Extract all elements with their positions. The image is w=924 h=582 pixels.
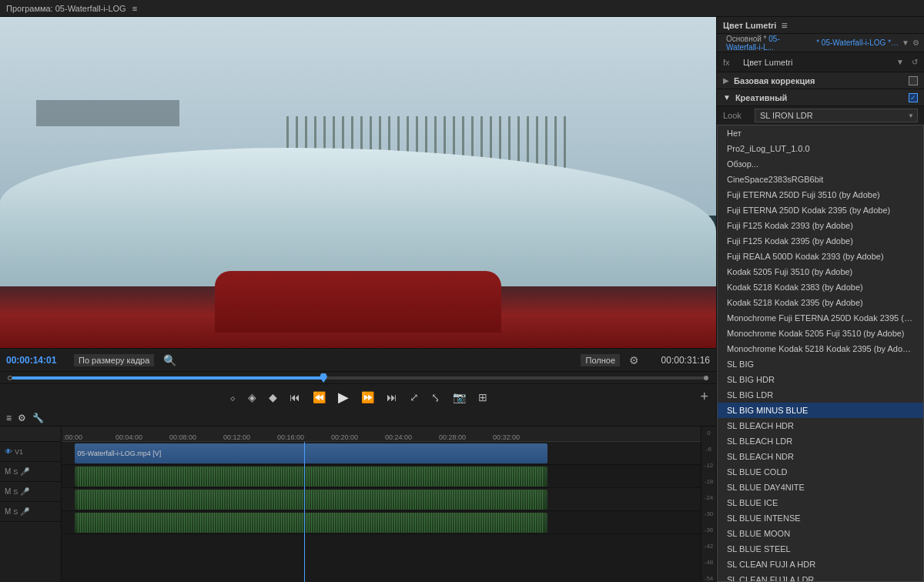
mark-clip-button[interactable]: ◆: [265, 390, 281, 405]
track-row-a1: [62, 465, 701, 488]
ruler-mark-7: 00:28:00: [439, 433, 493, 441]
dropdown-item-27[interactable]: SL BLUE STEEL: [718, 541, 923, 557]
level-24: -24: [705, 494, 714, 501]
dropdown-item-4[interactable]: Fuji ETERNA 250D Fuji 3510 (by Adobe): [718, 187, 923, 202]
mic-icon-a2[interactable]: 🎤: [20, 487, 29, 496]
video-frame: [0, 17, 716, 348]
tab-current[interactable]: * 05-Waterfall-i-LOG * 05-W...: [816, 38, 899, 47]
dropdown-item-10[interactable]: Kodak 5218 Kodak 2383 (by Adobe): [718, 279, 923, 295]
step-forward-button[interactable]: ⏩: [357, 390, 378, 405]
timeline-menu-icon[interactable]: ≡: [6, 413, 12, 423]
dropdown-item-29[interactable]: SL CLEAN FUJI A LDR: [718, 572, 923, 582]
dropdown-item-2[interactable]: Обзор...: [718, 156, 923, 172]
basic-correction-checkbox[interactable]: [909, 76, 918, 85]
creative-checkbox[interactable]: ✓: [909, 93, 918, 102]
ruler-mark-3: 00:12:00: [223, 433, 277, 441]
go-to-in-button[interactable]: ⏮: [286, 390, 304, 405]
red-vehicle: [215, 271, 501, 333]
look-dropdown-list[interactable]: НетPro2_iLog_LUT_1.0.0Обзор...CineSpace2…: [717, 125, 924, 582]
step-back-button[interactable]: ⏪: [309, 390, 330, 405]
dropdown-item-25[interactable]: SL BLUE INTENSE: [718, 510, 923, 526]
dropdown-item-6[interactable]: Fuji F125 Kodak 2393 (by Adobe): [718, 218, 923, 233]
dropdown-item-22[interactable]: SL BLUE COLD: [718, 464, 923, 480]
dropdown-item-28[interactable]: SL CLEAN FUJI A HDR: [718, 557, 923, 572]
dropdown-item-12[interactable]: Monochrome Fuji ETERNA 250D Kodak 2395 (…: [718, 310, 923, 326]
zoom-icon[interactable]: 🔍: [160, 353, 179, 368]
dropdown-item-1[interactable]: Pro2_iLog_LUT_1.0.0: [718, 141, 923, 156]
settings-icon[interactable]: ⚙: [626, 353, 642, 368]
multi-cam-button[interactable]: ⊞: [474, 390, 491, 405]
reset-icon-fx[interactable]: ↺: [912, 58, 918, 66]
creative-header[interactable]: ▼ Креативный ✓: [717, 89, 924, 106]
track-label-a3: M S 🎤: [0, 502, 61, 522]
dropdown-item-16[interactable]: SL BIG HDR: [718, 372, 923, 387]
mute-icon-a1[interactable]: M: [5, 467, 11, 476]
ruler-mark-5: 00:20:00: [331, 433, 385, 441]
dropdown-item-3[interactable]: CineSpace2383sRGB6bit: [718, 172, 923, 187]
track-label-a1: M S 🎤: [0, 462, 61, 482]
progress-track[interactable]: [12, 376, 704, 380]
dropdown-item-23[interactable]: SL BLUE DAY4NITE: [718, 480, 923, 495]
mark-out-button[interactable]: ◈: [244, 390, 260, 405]
quality-select[interactable]: Полное: [581, 354, 620, 366]
export-frame-button[interactable]: 📷: [449, 390, 470, 405]
ruler-marks-container: :00:00 00:04:00 00:08:00 00:12:00 00:16:…: [62, 433, 701, 441]
ruler-mark-2: 00:08:00: [169, 433, 223, 441]
tab-main[interactable]: Основной * 05-Waterfall-i-L...: [721, 33, 813, 53]
play-button[interactable]: ▶: [334, 387, 353, 407]
level-54: -54: [705, 575, 714, 582]
mark-in-button[interactable]: ⬦: [226, 390, 239, 405]
lumetri-panel-title: Цвет Lumetri: [723, 21, 776, 30]
dropdown-item-14[interactable]: Monochrome Kodak 5218 Kodak 2395 (by Ado…: [718, 341, 923, 356]
solo-icon-a1[interactable]: S: [13, 468, 18, 476]
add-button[interactable]: +: [700, 389, 708, 405]
dropdown-item-19[interactable]: SL BLEACH HDR: [718, 418, 923, 433]
ruler-mark-0: :00:00: [62, 433, 116, 441]
mute-icon-a2[interactable]: M: [5, 487, 11, 496]
chevron-down-icon[interactable]: ▼: [902, 38, 909, 47]
dropdown-item-5[interactable]: Fuji ETERNA 250D Kodak 2395 (by Adobe): [718, 202, 923, 218]
solo-icon-a2[interactable]: S: [13, 488, 18, 496]
insert-button[interactable]: ⤢: [406, 390, 423, 405]
dropdown-item-8[interactable]: Fuji REALA 500D Kodak 2393 (by Adobe): [718, 249, 923, 264]
progress-thumb[interactable]: [320, 373, 327, 383]
dropdown-item-24[interactable]: SL BLUE ICE: [718, 495, 923, 510]
solo-icon-a3[interactable]: S: [13, 508, 18, 516]
video-clip[interactable]: 05-Waterfall-i-LOG.mp4 [V]: [75, 443, 547, 463]
tracks-main: :00:00 00:04:00 00:08:00 00:12:00 00:16:…: [62, 426, 701, 582]
dropdown-item-13[interactable]: Monochrome Kodak 5205 Fuji 3510 (by Adob…: [718, 326, 923, 341]
dropdown-item-21[interactable]: SL BLEACH NDR: [718, 449, 923, 464]
clip-label: 05-Waterfall-i-LOG.mp4 [V]: [78, 450, 162, 457]
progress-bar-area[interactable]: [0, 371, 716, 383]
dropdown-item-18[interactable]: SL BIG MINUS BLUE: [718, 403, 923, 418]
dropdown-item-20[interactable]: SL BLEACH LDR: [718, 433, 923, 449]
top-bar-menu-icon[interactable]: ≡: [132, 4, 137, 13]
dropdown-item-11[interactable]: Kodak 5218 Kodak 2395 (by Adobe): [718, 295, 923, 310]
audio-clip-a3[interactable]: [75, 513, 547, 533]
go-to-out-button[interactable]: ⏭: [383, 390, 401, 405]
audio-clip-a1[interactable]: [75, 467, 547, 487]
audio-clip-a2[interactable]: [75, 490, 547, 510]
chevron-down-icon-fx[interactable]: ▼: [896, 58, 904, 66]
dropdown-item-9[interactable]: Kodak 5205 Fuji 3510 (by Adobe): [718, 264, 923, 279]
dropdown-item-26[interactable]: SL BLUE MOON: [718, 526, 923, 541]
eye-icon[interactable]: 👁: [5, 447, 12, 456]
mic-icon-a1[interactable]: 🎤: [20, 467, 29, 476]
track-v1-label: V1: [15, 448, 23, 456]
dropdown-item-17[interactable]: SL BIG LDR: [718, 387, 923, 403]
size-select[interactable]: По размеру кадра: [74, 354, 154, 366]
settings-icon-timeline[interactable]: ⚙: [18, 413, 26, 423]
look-dropdown-button[interactable]: SL IRON LDR: [755, 109, 918, 122]
mute-icon-a3[interactable]: M: [5, 507, 11, 516]
creative-title: Креативный: [735, 93, 787, 102]
lumetri-menu-icon[interactable]: ≡: [781, 19, 787, 32]
playhead[interactable]: [304, 442, 305, 582]
dropdown-item-7[interactable]: Fuji F125 Kodak 2395 (by Adobe): [718, 233, 923, 249]
settings-icon-right[interactable]: ⚙: [912, 38, 919, 47]
mic-icon-a3[interactable]: 🎤: [20, 507, 29, 516]
magnet-icon[interactable]: 🔧: [32, 413, 44, 423]
dropdown-item-15[interactable]: SL BIG: [718, 356, 923, 372]
dropdown-item-0[interactable]: Нет: [718, 125, 923, 141]
overwrite-button[interactable]: ⤣: [427, 390, 444, 405]
basic-correction-header[interactable]: ▶ Базовая коррекция: [717, 72, 924, 89]
